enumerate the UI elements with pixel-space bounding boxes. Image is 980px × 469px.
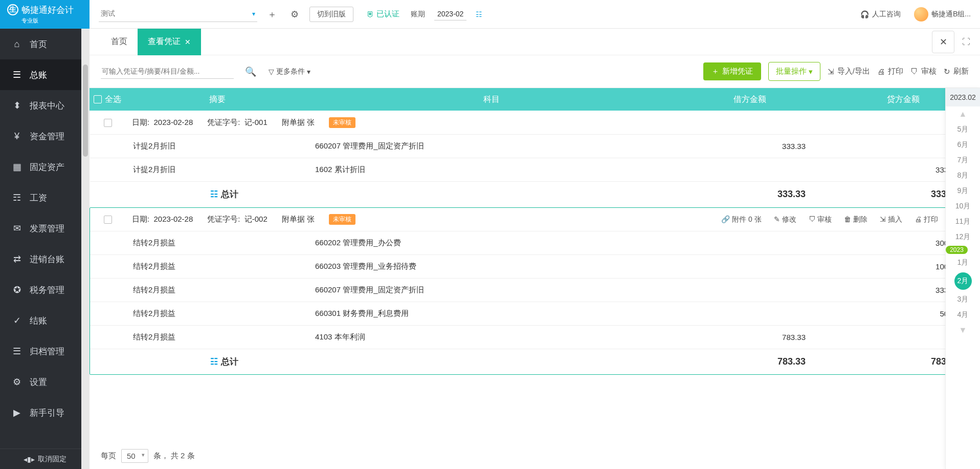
unaudited-badge: 未审核 bbox=[329, 117, 355, 128]
rail-month[interactable]: 8月 bbox=[955, 168, 971, 183]
add-icon[interactable]: ＋ bbox=[264, 7, 280, 22]
sidebar-item[interactable]: ⌂首页 bbox=[0, 29, 90, 59]
sidebar-item-icon: ¥ bbox=[11, 131, 23, 142]
close-all-tabs-button[interactable]: ✕ bbox=[932, 31, 954, 53]
sidebar-item[interactable]: ✓结账 bbox=[0, 305, 90, 336]
user-menu[interactable]: 畅捷通B组... bbox=[914, 7, 971, 22]
voucher-checkbox[interactable] bbox=[104, 216, 112, 224]
voucher-line[interactable]: 计提2月折旧 1602 累计折旧 333.33 bbox=[90, 158, 979, 181]
line-subject: 1602 累计折旧 bbox=[315, 165, 673, 175]
unfix-sidebar-button[interactable]: ◂▮▸ 取消固定 bbox=[0, 449, 90, 469]
voucher-line[interactable]: 结转2月损益 660301 财务费用_利息费用 50.00 bbox=[90, 302, 979, 325]
batch-action-button[interactable]: 批量操作 ▾ bbox=[768, 62, 820, 81]
company-name: 测试 bbox=[101, 9, 115, 18]
refresh-icon: ↻ bbox=[944, 67, 950, 76]
search-input[interactable] bbox=[102, 67, 233, 75]
sidebar-item[interactable]: ☶工资 bbox=[0, 182, 90, 213]
new-voucher-button[interactable]: ＋ 新增凭证 bbox=[703, 62, 761, 80]
period-value[interactable]: 2023-02 bbox=[434, 8, 466, 20]
rail-month[interactable]: 1月 bbox=[954, 255, 972, 270]
line-subject: 660203 管理费用_业务招待费 bbox=[315, 262, 673, 271]
sidebar-item-label: 新手引导 bbox=[30, 407, 64, 419]
voucher-card: 日期: 2023-02-28 凭证字号: 记-002 附单据 张 未审核 🔗 附… bbox=[90, 207, 980, 375]
line-summary: 结转2月损益 bbox=[126, 238, 315, 248]
voucher-line[interactable]: 结转2月损益 660202 管理费用_办公费 300.00 bbox=[90, 231, 979, 254]
print-button[interactable]: 🖨 打印 bbox=[915, 215, 938, 224]
sidebar-item-label: 进销台账 bbox=[30, 253, 64, 265]
rail-year-badge: 2023 bbox=[946, 246, 968, 254]
voucher-line[interactable]: 结转2月损益 660207 管理费用_固定资产折旧 333.33 bbox=[90, 278, 979, 302]
rail-month[interactable]: 4月 bbox=[954, 307, 972, 323]
select-all-label[interactable]: 全选 bbox=[105, 94, 121, 105]
sidebar-item[interactable]: ✪税务管理 bbox=[0, 274, 90, 305]
rail-month[interactable]: 9月 bbox=[955, 183, 971, 199]
gear-icon[interactable]: ⚙ bbox=[287, 7, 302, 22]
fullscreen-icon[interactable]: ⛶ bbox=[959, 34, 974, 50]
voucher-table: 全选 摘要 科目 借方金额 贷方金额 ≫ 日期: 2023-02-28 凭证字号… bbox=[90, 88, 980, 469]
rail-month[interactable]: 11月 bbox=[955, 214, 971, 229]
refresh-button[interactable]: ↻ 刷新 bbox=[944, 67, 969, 76]
sidebar-item-icon: ✉ bbox=[11, 223, 23, 234]
line-summary: 计提2月折旧 bbox=[126, 165, 315, 175]
rail-month[interactable]: 3月 bbox=[954, 292, 972, 307]
pagination-footer: 每页 50 条， 共 2 条 bbox=[90, 442, 980, 469]
select-all-checkbox[interactable] bbox=[94, 95, 102, 103]
voucher-line[interactable]: 计提2月折旧 660207 管理费用_固定资产折旧 333.33 bbox=[90, 134, 979, 158]
close-icon[interactable]: ✕ bbox=[185, 38, 191, 46]
sidebar-item-label: 归档管理 bbox=[30, 346, 64, 357]
audit-button[interactable]: ⛉ 审核 bbox=[910, 67, 937, 76]
rail-down-icon[interactable]: ▼ bbox=[959, 326, 967, 335]
insert-button[interactable]: ⇲ 插入 bbox=[880, 215, 902, 224]
rail-month[interactable]: 5月 bbox=[955, 122, 971, 137]
sidebar-item-label: 报表中心 bbox=[30, 100, 64, 112]
rail-month[interactable]: 12月 bbox=[955, 229, 971, 245]
sidebar-item[interactable]: ☰总账 bbox=[0, 59, 90, 90]
period-rail-current: 2023.02 bbox=[946, 88, 980, 106]
rail-month[interactable]: 10月 bbox=[955, 199, 971, 214]
print-button[interactable]: 🖨 打印 bbox=[877, 67, 903, 76]
line-summary: 结转2月损益 bbox=[126, 262, 315, 271]
sidebar-item[interactable]: ✉发票管理 bbox=[0, 213, 90, 244]
voucher-line[interactable]: 结转2月损益 4103 本年利润 783.33 bbox=[90, 325, 979, 349]
old-version-button[interactable]: 切到旧版 bbox=[309, 7, 353, 22]
rail-up-icon[interactable]: ▲ bbox=[959, 110, 967, 119]
voucher-checkbox[interactable] bbox=[104, 119, 112, 127]
logo-title: 畅捷通好会计 bbox=[21, 4, 74, 16]
sidebar-scrollbar-thumb[interactable] bbox=[83, 65, 88, 157]
per-page-label: 每页 bbox=[101, 451, 116, 461]
page-size-select[interactable]: 50 bbox=[121, 449, 148, 463]
unaudited-badge: 未审核 bbox=[329, 214, 355, 225]
attachment-count[interactable]: 🔗 附件 0 张 bbox=[721, 215, 761, 224]
more-conditions-button[interactable]: ▽ 更多条件 ▾ bbox=[269, 67, 310, 76]
edit-button[interactable]: ✎ 修改 bbox=[774, 215, 796, 224]
calendar-icon[interactable]: ☷ bbox=[476, 10, 482, 18]
audit-button[interactable]: ⛉ 审核 bbox=[809, 215, 832, 224]
audit-icon: ⛉ bbox=[910, 67, 918, 76]
sidebar-item-label: 结账 bbox=[30, 315, 47, 327]
sidebar-item[interactable]: ⇄进销台账 bbox=[0, 244, 90, 274]
company-selector[interactable]: 测试 ▾ bbox=[99, 6, 257, 22]
sidebar-item[interactable]: ⚙设置 bbox=[0, 367, 90, 397]
sidebar-item[interactable]: ☰归档管理 bbox=[0, 336, 90, 367]
sidebar-item[interactable]: ▦固定资产 bbox=[0, 152, 90, 182]
chevron-down-icon: ▾ bbox=[252, 10, 255, 17]
voucher-actions: 🔗 附件 0 张 ✎ 修改 ⛉ 审核 🗑 删除 ⇲ 插入 🖨 打印 更多 ▾ bbox=[721, 215, 970, 224]
voucher-card: 日期: 2023-02-28 凭证字号: 记-001 附单据 张 未审核 计提2… bbox=[90, 111, 980, 207]
sidebar-item[interactable]: ▶新手引导 bbox=[0, 397, 90, 428]
sidebar-scrollbar[interactable] bbox=[81, 29, 90, 469]
rail-month[interactable]: 2月 bbox=[954, 272, 972, 290]
unpin-icon: ◂▮▸ bbox=[24, 455, 35, 463]
tab-view-voucher[interactable]: 查看凭证 ✕ bbox=[138, 29, 201, 55]
import-export-button[interactable]: ⇲ 导入/导出 bbox=[828, 67, 870, 76]
line-summary: 结转2月损益 bbox=[126, 285, 315, 295]
delete-button[interactable]: 🗑 删除 bbox=[844, 215, 867, 224]
sidebar-item[interactable]: ¥资金管理 bbox=[0, 121, 90, 152]
rail-month[interactable]: 6月 bbox=[955, 137, 971, 153]
rail-month[interactable]: 7月 bbox=[955, 153, 971, 168]
sidebar-item[interactable]: ⬍报表中心 bbox=[0, 90, 90, 121]
line-summary: 计提2月折旧 bbox=[126, 141, 315, 151]
voucher-line[interactable]: 结转2月损益 660203 管理费用_业务招待费 100.00 bbox=[90, 254, 979, 278]
tab-home[interactable]: 首页 bbox=[101, 29, 138, 55]
search-icon[interactable]: 🔍 bbox=[245, 66, 256, 77]
help-button[interactable]: 🎧 人工咨询 bbox=[860, 10, 901, 19]
